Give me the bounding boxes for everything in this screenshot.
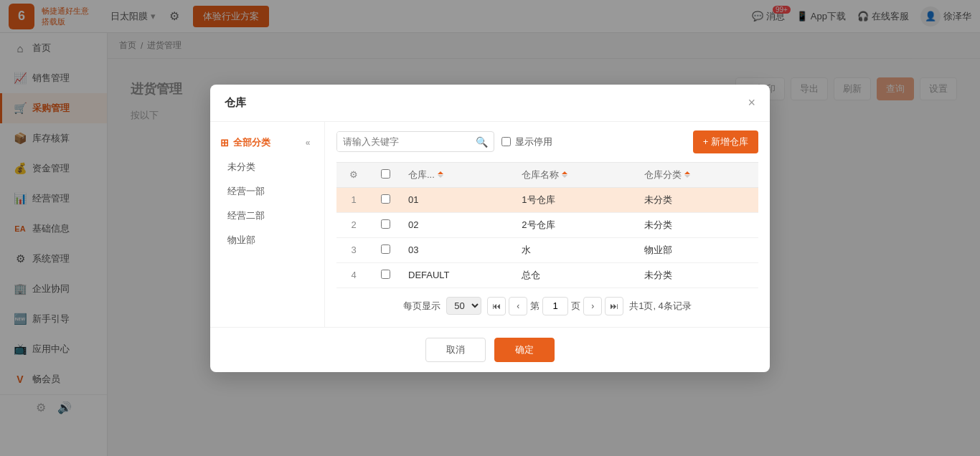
last-page-btn[interactable]: ⏭ (605, 297, 623, 315)
row-category: 未分类 (636, 262, 758, 288)
row-category: 物业部 (636, 237, 758, 262)
sort-up-icon (684, 171, 690, 174)
modal-overlay: 仓库 × ⊞ 全部分类 « 未分类 经营一部 经营二部 物业部 (0, 0, 980, 456)
sort-up-icon (562, 171, 567, 174)
sort-down-icon (562, 175, 567, 178)
row-index: 4 (336, 262, 371, 288)
row-code: 02 (400, 212, 513, 237)
per-page-label: 每页显示 (403, 300, 440, 313)
total-info: 共1页, 4条记录 (629, 300, 692, 313)
row-index: 2 (336, 212, 371, 237)
sort-icon-code (438, 171, 443, 178)
sort-icon-name (562, 171, 567, 178)
sort-code[interactable]: 仓库... (408, 168, 504, 181)
confirm-button[interactable]: 确定 (494, 338, 555, 362)
modal-body: ⊞ 全部分类 « 未分类 经营一部 经营二部 物业部 🔍 (210, 122, 770, 327)
table-toolbar: 🔍 显示停用 + 新增仓库 (336, 130, 758, 153)
sort-icon-category (684, 171, 690, 178)
row-code: 01 (400, 187, 513, 212)
warehouse-table: ⚙ 仓库... (336, 162, 758, 288)
collapse-icon[interactable]: « (301, 136, 314, 149)
sort-name[interactable]: 仓库名称 (522, 168, 627, 181)
sort-up-icon (438, 171, 443, 174)
sort-category[interactable]: 仓库分类 (644, 168, 750, 181)
prev-page-btn[interactable]: ‹ (509, 297, 527, 315)
per-page-select[interactable]: 50 (446, 297, 481, 315)
table-header-row: ⚙ 仓库... (336, 162, 758, 187)
search-input[interactable] (337, 132, 470, 151)
select-all-checkbox[interactable] (381, 169, 390, 179)
search-icon[interactable]: 🔍 (470, 136, 494, 148)
col-code: 仓库... (400, 162, 513, 187)
warehouse-modal: 仓库 × ⊞ 全部分类 « 未分类 经营一部 经营二部 物业部 (210, 85, 770, 372)
cat-item-property[interactable]: 物业部 (210, 228, 324, 252)
table-container: ⚙ 仓库... (336, 162, 758, 288)
col-name: 仓库名称 (513, 162, 636, 187)
page-nav: ⏮ ‹ 第 页 › ⏭ (487, 297, 623, 315)
row-name: 水 (513, 237, 636, 262)
cat-item-dept2[interactable]: 经营二部 (210, 204, 324, 228)
new-warehouse-btn[interactable]: + 新增仓库 (693, 130, 758, 153)
table-head: ⚙ 仓库... (336, 162, 758, 187)
search-wrap: 🔍 (336, 131, 494, 152)
grid-icon: ⊞ (220, 137, 229, 148)
table-row[interactable]: 3 03 水 物业部 (336, 237, 758, 262)
row-name: 总仓 (513, 262, 636, 288)
col-checkbox (371, 162, 400, 187)
category-sidebar: ⊞ 全部分类 « 未分类 经营一部 经营二部 物业部 (210, 122, 325, 327)
sort-down-icon (684, 175, 690, 178)
table-row[interactable]: 2 02 2号仓库 未分类 (336, 212, 758, 237)
row-name: 2号仓库 (513, 212, 636, 237)
modal-close-button[interactable]: × (748, 96, 755, 109)
modal-header: 仓库 × (210, 85, 770, 122)
row-select-checkbox[interactable] (381, 270, 390, 279)
cancel-button[interactable]: 取消 (425, 338, 486, 362)
all-categories[interactable]: ⊞ 全部分类 « (210, 130, 324, 155)
row-checkbox (371, 262, 400, 288)
first-page-btn[interactable]: ⏮ (487, 297, 506, 315)
col-settings[interactable]: ⚙ (336, 162, 371, 187)
col-category: 仓库分类 (636, 162, 758, 187)
row-checkbox (371, 187, 400, 212)
show-disabled-label: 显示停用 (501, 136, 552, 148)
page-number-input[interactable] (542, 297, 568, 315)
table-row[interactable]: 1 01 1号仓库 未分类 (336, 187, 758, 212)
show-disabled-checkbox[interactable] (501, 137, 511, 146)
row-code: DEFAULT (400, 262, 513, 288)
page-suffix: 页 (571, 300, 580, 313)
row-category: 未分类 (636, 187, 758, 212)
row-category: 未分类 (636, 212, 758, 237)
page-prefix: 第 (530, 300, 540, 313)
row-name: 1号仓库 (513, 187, 636, 212)
row-index: 3 (336, 237, 371, 262)
table-row[interactable]: 4 DEFAULT 总仓 未分类 (336, 262, 758, 288)
row-index: 1 (336, 187, 371, 212)
cat-item-dept1[interactable]: 经营一部 (210, 179, 324, 204)
row-checkbox (371, 237, 400, 262)
row-code: 03 (400, 237, 513, 262)
modal-footer: 取消 确定 (210, 327, 770, 372)
modal-title: 仓库 (225, 96, 246, 110)
pagination: 每页显示 50 ⏮ ‹ 第 页 › ⏭ 共1页, 4条记录 (336, 288, 758, 318)
row-select-checkbox[interactable] (381, 244, 390, 254)
next-page-btn[interactable]: › (583, 297, 602, 315)
sort-down-icon (438, 175, 443, 178)
cat-item-unclassified[interactable]: 未分类 (210, 155, 324, 179)
row-select-checkbox[interactable] (381, 194, 390, 204)
table-body: 1 01 1号仓库 未分类 2 02 2号仓库 (336, 187, 758, 288)
table-area: 🔍 显示停用 + 新增仓库 ⚙ (325, 122, 770, 327)
row-select-checkbox[interactable] (381, 219, 390, 229)
row-checkbox (371, 212, 400, 237)
